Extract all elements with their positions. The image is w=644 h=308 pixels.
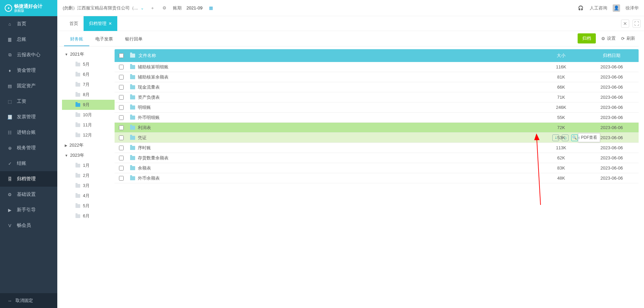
tree-month[interactable]: 5月 — [62, 201, 115, 211]
row-checkbox[interactable] — [119, 176, 124, 181]
row-checkbox[interactable] — [119, 85, 124, 90]
sidebar-item-0[interactable]: ⌂首页 — [0, 16, 57, 32]
tree-month[interactable]: 7月 — [62, 80, 115, 90]
tree-month[interactable]: 4月 — [62, 191, 115, 201]
tree-year[interactable]: ▼2021年 — [62, 49, 115, 59]
sidebar-item-2[interactable]: ⧉云报表中心 — [0, 47, 57, 63]
row-checkbox[interactable] — [119, 146, 124, 150]
tab-1[interactable]: 归档管理✕ — [84, 16, 117, 31]
row-checkbox[interactable] — [119, 65, 124, 69]
file-size: 113K — [538, 145, 585, 150]
close-tab-button[interactable]: ✕ — [621, 20, 629, 28]
sidebar-item-1[interactable]: ䷀总账 — [0, 32, 57, 47]
table-row[interactable]: 明细账 246K 2023-06-06 — [115, 102, 639, 113]
row-checkbox[interactable] — [119, 135, 124, 140]
sidebar-item-label: 税务管理 — [17, 145, 36, 151]
refresh-link[interactable]: ⟳ 刷新 — [621, 35, 635, 41]
sidebar-item-4[interactable]: ▤固定资产 — [0, 78, 57, 94]
support-icon[interactable]: 🎧 — [577, 4, 584, 12]
header-date: 归档日期 — [585, 53, 639, 59]
row-checkbox[interactable] — [119, 115, 124, 120]
sidebar-item-11[interactable]: ⚙基础设置 — [0, 187, 57, 202]
salary-icon: ⬚ — [7, 98, 13, 104]
subtab-1[interactable]: 电子发票 — [89, 33, 119, 46]
company-selector[interactable]: (勿删）江西服宝精品有限责任公司（... ⌄ — [63, 5, 144, 11]
sidebar-item-5[interactable]: ⬚工资 — [0, 94, 57, 109]
row-checkbox[interactable] — [119, 95, 124, 100]
tree-year[interactable]: ▼2023年 — [62, 150, 115, 160]
row-checkbox[interactable] — [119, 75, 124, 80]
funds-icon: ♦ — [7, 67, 13, 73]
table-row[interactable]: 辅助核算余额表 81K 2023-06-06 — [115, 72, 639, 82]
tree-month[interactable]: 2月 — [62, 171, 115, 181]
subtab-0[interactable]: 财务账 — [64, 33, 89, 46]
sidebar-item-13[interactable]: V畅会员 — [0, 218, 57, 233]
tree-month-label: 10月 — [83, 112, 92, 118]
archive-button[interactable]: 归档 — [578, 33, 596, 43]
vip-icon: V — [7, 222, 13, 228]
tab-0[interactable]: 首页 — [64, 16, 84, 31]
tree-month[interactable]: 1月 — [62, 160, 115, 171]
guide-icon: ▶ — [7, 207, 13, 213]
row-checkbox[interactable] — [119, 166, 124, 171]
chevron-down-icon: ⌄ — [141, 6, 144, 10]
table-row[interactable]: 外币余额表 48K 2023-06-06 — [115, 173, 639, 183]
sidebar-item-12[interactable]: ▶新手引导 — [0, 202, 57, 218]
sidebar-item-3[interactable]: ♦资金管理 — [0, 63, 57, 78]
table-row[interactable]: 资产负债表 71K 2023-06-06 — [115, 92, 639, 102]
tree-year[interactable]: ▶2022年 — [62, 140, 115, 150]
tree-month[interactable]: 3月 — [62, 181, 115, 191]
close-icon[interactable]: ✕ — [109, 21, 112, 26]
tree-month[interactable]: 12月 — [62, 130, 115, 140]
tree-month-label: 12月 — [83, 132, 92, 138]
username[interactable]: 徐泽华 — [625, 5, 639, 11]
tree-month[interactable]: 11月 — [62, 120, 115, 130]
table-row[interactable]: 序时账 113K 2023-06-06 — [115, 143, 639, 153]
table-row[interactable]: 现金流量表 66K 2023-06-06 — [115, 82, 639, 92]
refresh-icon: ⟳ — [621, 36, 625, 41]
fullscreen-button[interactable]: ⛶ — [633, 20, 641, 28]
support-label[interactable]: 人工咨询 — [590, 5, 607, 11]
sidebar-footer-unpin[interactable]: ↔ 取消固定 — [0, 293, 57, 308]
folder-icon — [130, 116, 135, 120]
tree-month[interactable]: 6月 — [62, 211, 115, 221]
sidebar-item-label: 云报表中心 — [17, 52, 40, 58]
tree-month[interactable]: 6月 — [62, 69, 115, 80]
table-row[interactable]: 凭证 53K 2023-06-06 ⤓ ⎙ 🔍 PDF查看 — [115, 133, 639, 143]
download-excel-icon[interactable]: ⤓ — [552, 134, 559, 141]
table-row[interactable]: 余额表 83K 2023-06-06 — [115, 163, 639, 173]
tree-month[interactable]: 9月 — [62, 100, 115, 110]
calendar-icon[interactable]: ▦ — [207, 4, 215, 12]
sidebar-item-9[interactable]: ✓结账 — [0, 156, 57, 171]
tree-month[interactable]: 10月 — [62, 110, 115, 120]
company-settings-button[interactable]: ⚙ — [161, 4, 168, 12]
reports-icon: ⧉ — [7, 52, 13, 58]
download-pdf-icon[interactable]: ⎙ — [562, 134, 569, 141]
sidebar-item-label: 进销台账 — [17, 129, 36, 135]
file-size: 81K — [538, 74, 585, 80]
table-row[interactable]: 利润表 72K 2023-06-06 — [115, 123, 639, 133]
sidebar-item-7[interactable]: ☷进销台账 — [0, 125, 57, 140]
sidebar-item-10[interactable]: 🗄归档管理 — [0, 171, 57, 187]
file-date: 2023-06-06 — [585, 145, 639, 150]
row-checkbox[interactable] — [119, 156, 124, 160]
sidebar-item-8[interactable]: ⊕税务管理 — [0, 140, 57, 156]
period-value[interactable]: 2021-09 — [186, 5, 203, 10]
home-icon: ⌂ — [7, 21, 13, 27]
table-row[interactable]: 外币明细账 55K 2023-06-06 — [115, 113, 639, 123]
table-row[interactable]: 辅助核算明细账 116K 2023-06-06 — [115, 62, 639, 72]
subtab-2[interactable]: 银行回单 — [119, 33, 149, 46]
avatar-icon[interactable]: 👤 — [613, 4, 620, 12]
tree-month[interactable]: 8月 — [62, 90, 115, 100]
file-size: 55K — [538, 115, 585, 120]
row-checkbox[interactable] — [119, 125, 124, 130]
row-checkbox[interactable] — [119, 105, 124, 110]
tree-month[interactable]: 5月 — [62, 59, 115, 69]
table-row[interactable]: 存货数量余额表 62K 2023-06-06 — [115, 153, 639, 163]
select-all-checkbox[interactable] — [119, 53, 124, 58]
settings-link[interactable]: ⚙ 设置 — [601, 35, 616, 41]
topbar: (勿删）江西服宝精品有限责任公司（... ⌄ ＋ ⚙ 账期 2021-09 ▦ … — [57, 0, 644, 16]
add-company-button[interactable]: ＋ — [149, 4, 156, 12]
sidebar-item-6[interactable]: 🧾发票管理 — [0, 109, 57, 125]
brand-name: 畅捷通好会计 — [14, 4, 42, 8]
